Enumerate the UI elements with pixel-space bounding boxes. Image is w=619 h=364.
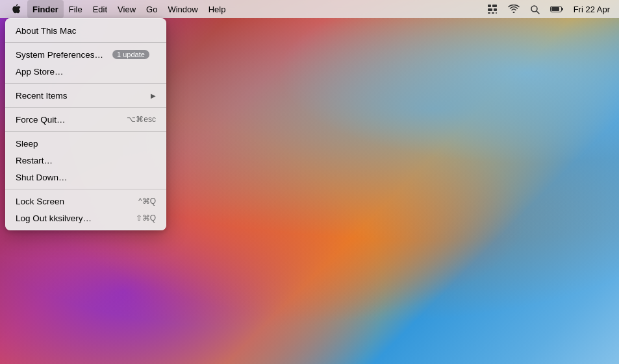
menubar-mission-control[interactable] [483,0,501,18]
menubar-battery[interactable] [546,0,567,18]
menubar-left: Finder File Edit View Go Window Help [5,0,231,18]
separator-1 [5,42,166,43]
svg-rect-10 [562,8,563,10]
separator-3 [5,107,166,108]
force-quit-label: Force Quit… [16,115,66,125]
menubar-edit[interactable]: Edit [88,0,112,18]
menu-item-shut-down[interactable]: Shut Down… [5,169,166,186]
menu-item-recent-items[interactable]: Recent Items ▶ [5,87,166,104]
menu-item-log-out[interactable]: Log Out kksilvery… ⇧⌘Q [5,210,166,226]
apple-menu[interactable] [5,0,27,18]
sleep-label: Sleep [16,139,38,149]
menubar-window[interactable]: Window [162,0,203,18]
log-out-label: Log Out kksilvery… [16,213,92,223]
force-quit-shortcut: ⌥⌘esc [127,115,156,124]
log-out-shortcut: ⇧⌘Q [136,213,156,223]
menubar-search[interactable] [526,0,544,18]
svg-rect-1 [492,5,497,7]
menu-item-sleep[interactable]: Sleep [5,135,166,152]
shut-down-label: Shut Down… [16,173,68,182]
separator-4 [5,131,166,132]
apple-dropdown-menu: About This Mac System Preferences… 1 upd… [5,18,166,230]
menu-item-app-store[interactable]: App Store… [5,63,166,80]
menu-item-system-preferences[interactable]: System Preferences… 1 update [5,46,166,63]
menu-item-about-this-mac[interactable]: About This Mac [5,22,166,39]
menubar-finder[interactable]: Finder [27,0,64,18]
menubar-datetime[interactable]: Fri 22 Apr [570,0,614,18]
svg-rect-11 [551,7,559,11]
svg-rect-5 [492,12,494,14]
menubar: Finder File Edit View Go Window Help [0,0,619,18]
menu-item-force-quit[interactable]: Force Quit… ⌥⌘esc [5,111,166,128]
recent-items-chevron: ▶ [151,92,156,99]
menubar-go[interactable]: Go [141,0,162,18]
app-store-label: App Store… [16,67,64,77]
menubar-file[interactable]: File [64,0,88,18]
svg-rect-4 [488,12,490,14]
separator-2 [5,83,166,84]
svg-rect-6 [496,12,497,14]
svg-rect-0 [488,5,491,7]
svg-line-8 [537,11,539,14]
restart-label: Restart… [16,156,53,165]
system-preferences-label: System Preferences… [16,50,103,60]
about-this-mac-label: About This Mac [16,26,77,36]
recent-items-label: Recent Items [16,91,68,101]
separator-5 [5,189,166,189]
svg-rect-3 [494,8,497,11]
menubar-view[interactable]: View [112,0,141,18]
lock-screen-label: Lock Screen [16,197,64,206]
svg-point-7 [531,6,537,12]
lock-screen-shortcut: ^⌘Q [138,197,156,206]
update-badge: 1 update [112,50,149,59]
menubar-wifi[interactable] [504,0,524,18]
menubar-help[interactable]: Help [203,0,231,18]
svg-rect-2 [488,8,492,11]
menu-item-restart[interactable]: Restart… [5,152,166,169]
menubar-right: Fri 22 Apr [483,0,614,18]
menu-item-lock-screen[interactable]: Lock Screen ^⌘Q [5,193,166,210]
